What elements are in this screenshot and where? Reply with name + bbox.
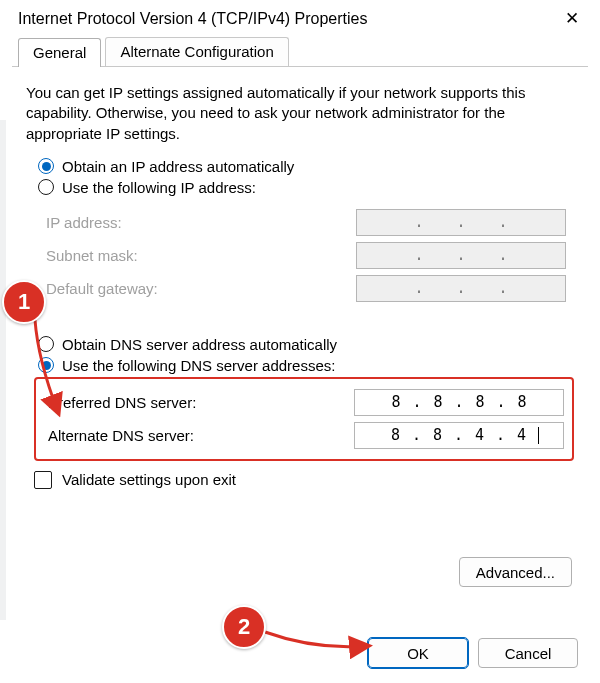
ip-address-input: ... <box>356 209 566 236</box>
ok-button[interactable]: OK <box>368 638 468 668</box>
titlebar: Internet Protocol Version 4 (TCP/IPv4) P… <box>0 0 600 35</box>
radio-ip-auto-row[interactable]: Obtain an IP address automatically <box>38 158 574 175</box>
tab-content: You can get IP settings assigned automat… <box>0 67 600 489</box>
annotation-badge-1: 1 <box>2 280 46 324</box>
close-icon[interactable]: ✕ <box>558 8 586 29</box>
text-cursor <box>538 427 539 444</box>
default-gateway-input: ... <box>356 275 566 302</box>
cancel-button[interactable]: Cancel <box>478 638 578 668</box>
dns-fields-group-highlighted: Preferred DNS server: 8. 8. 8. 8 Alterna… <box>34 377 574 461</box>
tab-alternate-config[interactable]: Alternate Configuration <box>105 37 288 66</box>
alternate-dns-input[interactable]: 8. 8. 4. 4 <box>354 422 564 449</box>
radio-dns-auto[interactable] <box>38 336 54 352</box>
preferred-dns-input[interactable]: 8. 8. 8. 8 <box>354 389 564 416</box>
annotation-badge-2: 2 <box>222 605 266 649</box>
ip-fields-group: IP address: ... Subnet mask: ... Default… <box>34 199 574 314</box>
radio-ip-manual-label: Use the following IP address: <box>62 179 256 196</box>
radio-dns-auto-row[interactable]: Obtain DNS server address automatically <box>38 336 574 353</box>
radio-ip-manual-row[interactable]: Use the following IP address: <box>38 179 574 196</box>
default-gateway-label: Default gateway: <box>46 280 158 297</box>
validate-checkbox[interactable] <box>34 471 52 489</box>
preferred-dns-label: Preferred DNS server: <box>48 394 196 411</box>
advanced-button[interactable]: Advanced... <box>459 557 572 587</box>
advanced-button-row: Advanced... <box>459 557 572 587</box>
subnet-mask-input: ... <box>356 242 566 269</box>
alternate-dns-label: Alternate DNS server: <box>48 427 194 444</box>
left-accent <box>0 120 6 620</box>
subnet-mask-label: Subnet mask: <box>46 247 138 264</box>
dialog-button-bar: OK Cancel <box>0 623 600 683</box>
validate-checkbox-row[interactable]: Validate settings upon exit <box>34 471 574 489</box>
ip-address-label: IP address: <box>46 214 122 231</box>
radio-dns-manual-label: Use the following DNS server addresses: <box>62 357 335 374</box>
radio-dns-manual-row[interactable]: Use the following DNS server addresses: <box>38 357 574 374</box>
validate-label: Validate settings upon exit <box>62 471 236 488</box>
window-title: Internet Protocol Version 4 (TCP/IPv4) P… <box>18 10 367 28</box>
radio-dns-manual[interactable] <box>38 357 54 373</box>
radio-ip-auto-label: Obtain an IP address automatically <box>62 158 294 175</box>
radio-ip-manual[interactable] <box>38 179 54 195</box>
tcpip-properties-window: Internet Protocol Version 4 (TCP/IPv4) P… <box>0 0 600 683</box>
tabs-row: General Alternate Configuration <box>12 37 588 67</box>
radio-ip-auto[interactable] <box>38 158 54 174</box>
radio-dns-auto-label: Obtain DNS server address automatically <box>62 336 337 353</box>
description-text: You can get IP settings assigned automat… <box>26 83 574 144</box>
tab-general[interactable]: General <box>18 38 101 67</box>
